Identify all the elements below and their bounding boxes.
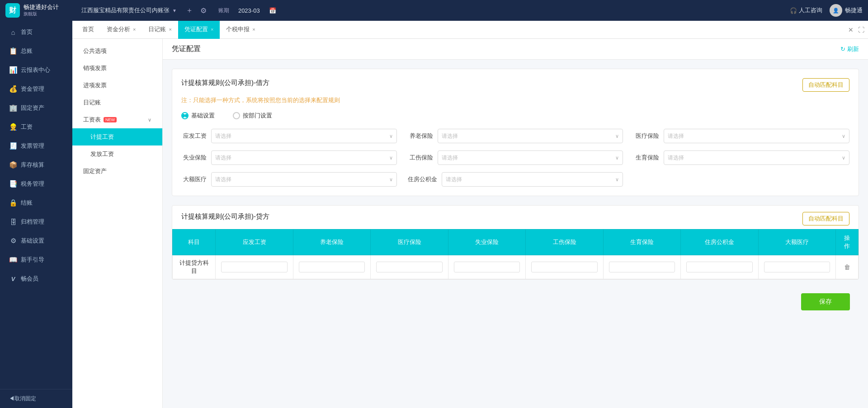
- row-ylbx-input[interactable]: [299, 262, 365, 272]
- expand-icon: ∨: [148, 117, 151, 123]
- left-nav-purchase[interactable]: 进项发票: [72, 77, 162, 94]
- table-row: 计提贷方科目 🗑: [173, 255, 859, 279]
- cancel-fixed-button[interactable]: ◀取消固定: [0, 389, 72, 408]
- sidebar-item-tax[interactable]: 📑 税务管理: [0, 174, 72, 193]
- radio-basic[interactable]: 基础设置: [181, 112, 215, 120]
- field-ylbx2: 医疗保险 请选择 ∨: [634, 129, 849, 143]
- ylbx-select[interactable]: 请选择 ∨: [438, 129, 623, 143]
- ylbx2-select[interactable]: 请选择 ∨: [664, 129, 849, 143]
- settings-icon[interactable]: ⚙: [200, 6, 207, 15]
- field-sybx: 失业保险 请选择 ∨: [181, 150, 397, 165]
- tab-tax[interactable]: 个税申报 ×: [220, 21, 261, 39]
- sidebar-item-member[interactable]: V 畅会员: [0, 269, 72, 288]
- sidebar-item-reports[interactable]: 📊 云报表中心: [0, 61, 72, 80]
- row-delete-icon[interactable]: 🗑: [844, 263, 850, 271]
- ylbx2-label: 医疗保险: [634, 132, 659, 140]
- row-gsbx-input[interactable]: [531, 262, 597, 272]
- assets-icon: 🏢: [9, 104, 17, 112]
- radio-basic-label: 基础设置: [191, 112, 215, 120]
- left-nav-advance-salary[interactable]: 计提工资: [72, 128, 162, 145]
- sidebar-item-label: 结账: [21, 199, 33, 207]
- tab-funds-close[interactable]: ×: [133, 27, 136, 32]
- radio-basic-circle: [181, 112, 189, 119]
- yfgz-select[interactable]: 请选择 ∨: [211, 129, 397, 143]
- left-nav-journal[interactable]: 日记账: [72, 94, 162, 111]
- left-nav-fixed-assets[interactable]: 固定资产: [72, 163, 162, 180]
- gjj-label: 住房公积金: [408, 175, 437, 183]
- sidebar-item-salary[interactable]: 👷 工资: [0, 117, 72, 136]
- gsbx-select[interactable]: 请选择 ∨: [438, 150, 623, 165]
- sidebar-item-invoice[interactable]: 🧾 发票管理: [0, 136, 72, 155]
- row-gjj-input[interactable]: [686, 262, 752, 272]
- tab-funds[interactable]: 资金分析 ×: [100, 21, 142, 39]
- sybx-select[interactable]: 请选择 ∨: [211, 150, 397, 165]
- col-sybx: 失业保险: [448, 230, 525, 255]
- ledger-icon: 📋: [9, 47, 17, 55]
- row-sybx-cell: [448, 255, 525, 279]
- member-icon: V: [9, 276, 17, 282]
- sidebar-item-label: 固定资产: [21, 104, 44, 112]
- sybx-placeholder: 请选择: [215, 154, 231, 162]
- credit-section-header: 计提核算规则(公司承担)-贷方 自动匹配科目: [172, 206, 859, 229]
- funds-icon: 💰: [9, 85, 17, 93]
- left-nav-salary-table[interactable]: 工资表 NEW ∨: [72, 111, 162, 128]
- sidebar-item-label: 新手引导: [21, 256, 44, 264]
- sidebar-item-guide[interactable]: 📖 新手引导: [0, 250, 72, 269]
- sidebar-item-archive[interactable]: 🗄 归档管理: [0, 212, 72, 231]
- row-ylbx2-input[interactable]: [376, 262, 442, 272]
- tab-home[interactable]: 首页: [76, 21, 100, 39]
- col-yfgz: 应发工资: [216, 230, 293, 255]
- tab-journal-close[interactable]: ×: [169, 27, 171, 32]
- row-sybx2-input[interactable]: [609, 262, 675, 272]
- sidebar-item-funds[interactable]: 💰 资金管理: [0, 80, 72, 98]
- row-sybx-input[interactable]: [454, 262, 520, 272]
- left-nav-pay-salary[interactable]: 发放工资: [72, 145, 162, 163]
- main-panel: 凭证配置 ↻ 刷新 计提核算规则(公司承担)-借方 自动匹配科目 注：只能选择一…: [163, 39, 868, 408]
- left-nav-journal-label: 日记账: [83, 98, 101, 107]
- tab-voucher[interactable]: 凭证配置 ×: [178, 21, 220, 39]
- left-nav-public[interactable]: 公共选项: [72, 42, 162, 60]
- yfgz-label: 应发工资: [181, 132, 207, 140]
- row-day-input[interactable]: [764, 262, 830, 272]
- sybx2-select[interactable]: 请选择 ∨: [664, 150, 849, 165]
- field-sybx2: 生育保险 请选择 ∨: [634, 150, 849, 165]
- gsbx-placeholder: 请选择: [442, 154, 458, 162]
- left-nav-advance-salary-label: 计提工资: [90, 133, 114, 141]
- company-selector[interactable]: 江西服宝精品有限责任公司内账张 ▼: [81, 6, 177, 14]
- tab-voucher-close[interactable]: ×: [211, 27, 213, 32]
- day-select[interactable]: 请选择 ∨: [211, 172, 397, 187]
- refresh-button[interactable]: ↻ 刷新: [840, 45, 859, 53]
- settings-sidebar-icon: ⚙: [9, 237, 17, 245]
- tab-tax-label: 个税申报: [226, 25, 250, 33]
- radio-dept[interactable]: 按部门设置: [233, 112, 272, 120]
- col-ylbx2: 医疗保险: [371, 230, 448, 255]
- ylbx2-arrow-icon: ∨: [842, 133, 845, 139]
- sidebar-item-inventory[interactable]: 📦 库存核算: [0, 155, 72, 174]
- tab-close-all-icon[interactable]: ✕: [848, 26, 854, 33]
- sidebar-item-ledger[interactable]: 📋 总账: [0, 42, 72, 61]
- gjj-select[interactable]: 请选择 ∨: [442, 172, 623, 187]
- sidebar-item-label: 资金管理: [21, 85, 44, 93]
- reports-icon: 📊: [9, 66, 17, 74]
- user-menu[interactable]: 👤 畅捷通: [830, 4, 863, 17]
- sidebar-item-label: 首页: [21, 28, 33, 36]
- tab-journal[interactable]: 日记账 ×: [142, 21, 178, 39]
- calendar-icon[interactable]: 📅: [269, 7, 276, 14]
- save-button[interactable]: 保存: [801, 293, 850, 310]
- tab-tax-close[interactable]: ×: [252, 27, 255, 32]
- sidebar-item-home[interactable]: ⌂ 首页: [0, 23, 72, 42]
- debit-auto-match-button[interactable]: 自动匹配科目: [802, 78, 849, 92]
- support-button[interactable]: 🎧 人工咨询: [790, 6, 822, 14]
- add-icon[interactable]: ＋: [186, 6, 193, 15]
- tab-fullscreen-icon[interactable]: ⛶: [858, 26, 864, 33]
- row-yfgz-input[interactable]: [221, 262, 287, 272]
- row-yfgz-cell: [216, 255, 293, 279]
- sidebar-item-assets[interactable]: 🏢 固定资产: [0, 98, 72, 117]
- top-bar-actions: ＋ ⚙ 账期 2023-03 📅: [186, 6, 276, 15]
- sidebar-item-closing[interactable]: 🔒 结账: [0, 193, 72, 212]
- credit-auto-match-button[interactable]: 自动匹配科目: [802, 212, 849, 225]
- left-nav-sales[interactable]: 销项发票: [72, 60, 162, 77]
- sidebar-item-settings[interactable]: ⚙ 基础设置: [0, 231, 72, 250]
- content-area: 首页 资金分析 × 日记账 × 凭证配置 × 个税申报 × ✕ ⛶: [72, 21, 868, 408]
- radio-dept-label: 按部门设置: [243, 112, 272, 120]
